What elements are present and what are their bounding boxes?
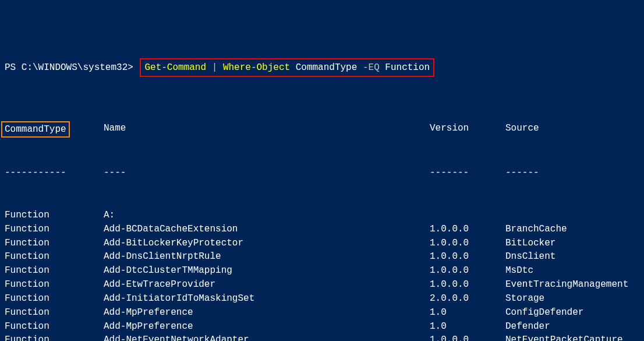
cell-version: 1.0.0.0 (430, 278, 505, 292)
prompt-line[interactable]: PS C:\WINDOWS\system32> Get-Command | Wh… (5, 58, 639, 77)
cell-commandtype: Function (5, 223, 104, 237)
cell-commandtype: Function (5, 209, 104, 223)
cell-commandtype: Function (5, 292, 104, 306)
cell-name: Add-DnsClientNrptRule (104, 250, 430, 264)
operator-eq: -EQ (363, 61, 380, 75)
cell-source: ConfigDefender (505, 306, 639, 320)
header-source: Source (505, 121, 639, 138)
cell-name: Add-BitLockerKeyProtector (104, 237, 430, 251)
arg-commandtype: CommandType (290, 61, 363, 75)
cmdlet-where-object: Where-Object (223, 61, 290, 75)
arg-function: Function (380, 61, 430, 75)
cell-name: Add-BCDataCacheExtension (104, 223, 430, 237)
table-row: FunctionAdd-DtcClusterTMMapping1.0.0.0Ms… (5, 264, 639, 278)
cell-version: 1.0 (430, 320, 505, 334)
table-row: FunctionAdd-BCDataCacheExtension1.0.0.0B… (5, 223, 639, 237)
table-row: FunctionAdd-DnsClientNrptRule1.0.0.0DnsC… (5, 250, 639, 264)
table-row: FunctionAdd-NetEventNetworkAdapter1.0.0.… (5, 333, 639, 341)
table-row: FunctionAdd-InitiatorIdToMaskingSet2.0.0… (5, 292, 639, 306)
cell-name: Add-NetEventNetworkAdapter (104, 333, 430, 341)
cell-commandtype: Function (5, 306, 104, 320)
cell-version (430, 209, 505, 223)
cell-source: DnsClient (505, 250, 639, 264)
cell-source: Storage (505, 292, 639, 306)
table-row: FunctionAdd-BitLockerKeyProtector1.0.0.0… (5, 237, 639, 251)
cell-name: Add-MpPreference (104, 320, 430, 334)
header-name: Name (104, 121, 430, 138)
table-row: FunctionAdd-MpPreference1.0Defender (5, 320, 639, 334)
cell-commandtype: Function (5, 333, 104, 341)
table-body: FunctionA:FunctionAdd-BCDataCacheExtensi… (5, 209, 639, 341)
cell-source: NetEventPacketCapture (505, 333, 639, 341)
cell-version: 1.0.0.0 (430, 264, 505, 278)
commandtype-highlight-box: CommandType (1, 121, 70, 138)
cell-source: MsDtc (505, 264, 639, 278)
cell-name: Add-DtcClusterTMMapping (104, 264, 430, 278)
cell-version: 1.0.0.0 (430, 250, 505, 264)
cell-commandtype: Function (5, 320, 104, 334)
pipe-operator: | (206, 61, 223, 75)
cell-name: Add-EtwTraceProvider (104, 278, 430, 292)
cell-version: 1.0.0.0 (430, 333, 505, 341)
table-row: FunctionA: (5, 209, 639, 223)
cell-commandtype: Function (5, 278, 104, 292)
divider-commandtype: ----------- (5, 166, 104, 180)
cell-commandtype: Function (5, 237, 104, 251)
cell-source: BranchCache (505, 223, 639, 237)
divider-name: ---- (104, 166, 430, 180)
cell-commandtype: Function (5, 250, 104, 264)
table-divider-row: ----------- ---- ------- ------ (5, 166, 639, 180)
cell-version: 2.0.0.0 (430, 292, 505, 306)
header-version: Version (430, 121, 505, 138)
prompt-prefix: PS C:\WINDOWS\system32> (5, 61, 139, 75)
cell-name: Add-MpPreference (104, 306, 430, 320)
cell-source: Defender (505, 320, 639, 334)
cell-source: EventTracingManagement (505, 278, 639, 292)
cell-version: 1.0.0.0 (430, 237, 505, 251)
cmdlet-get-command: Get-Command (144, 61, 206, 75)
cell-source (505, 209, 639, 223)
cell-source: BitLocker (505, 237, 639, 251)
table-row: FunctionAdd-EtwTraceProvider1.0.0.0Event… (5, 278, 639, 292)
header-commandtype: CommandType (5, 121, 104, 138)
divider-version: ------- (430, 166, 505, 180)
cell-version: 1.0.0.0 (430, 223, 505, 237)
command-highlight-box: Get-Command | Where-Object CommandType -… (140, 58, 434, 77)
cell-name: A: (104, 209, 430, 223)
table-header-row: CommandType Name Version Source (5, 121, 639, 138)
cell-version: 1.0 (430, 306, 505, 320)
divider-source: ------ (505, 166, 639, 180)
cell-commandtype: Function (5, 264, 104, 278)
cell-name: Add-InitiatorIdToMaskingSet (104, 292, 430, 306)
table-row: FunctionAdd-MpPreference1.0ConfigDefende… (5, 306, 639, 320)
